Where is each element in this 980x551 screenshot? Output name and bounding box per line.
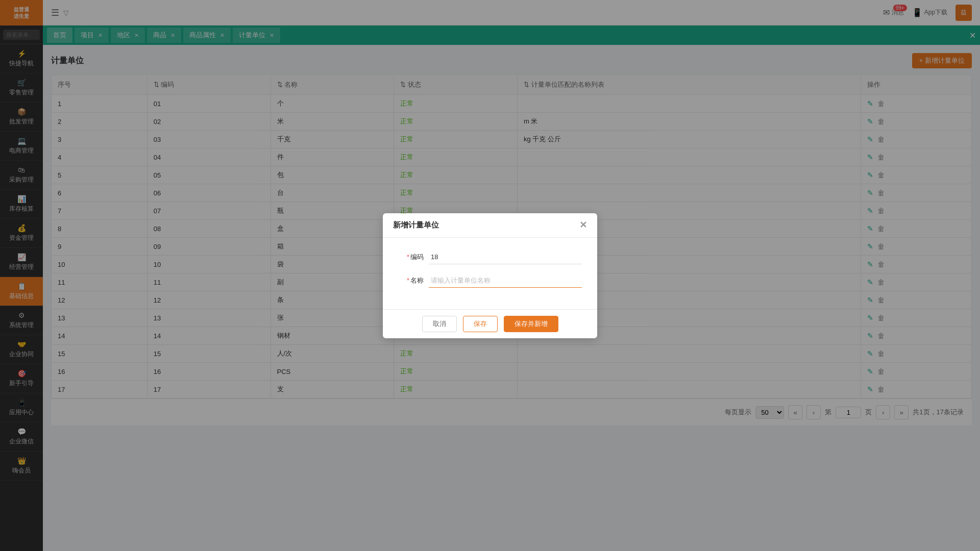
save-button[interactable]: 保存 bbox=[463, 316, 498, 332]
modal-body: *编码 *名称 bbox=[383, 238, 597, 309]
code-required-mark: * bbox=[407, 253, 409, 261]
code-label: *编码 bbox=[398, 253, 429, 262]
modal-title: 新增计量单位 bbox=[393, 220, 439, 230]
modal-overlay[interactable]: 新增计量单位 ✕ *编码 *名称 取消 保存 保存并新增 bbox=[0, 0, 980, 551]
name-required-mark: * bbox=[407, 277, 409, 284]
cancel-button[interactable]: 取消 bbox=[422, 316, 457, 332]
save-and-new-button[interactable]: 保存并新增 bbox=[504, 316, 558, 332]
modal-close-button[interactable]: ✕ bbox=[579, 220, 587, 230]
name-label: *名称 bbox=[398, 276, 429, 285]
form-row-code: *编码 bbox=[398, 250, 582, 264]
form-row-name: *名称 bbox=[398, 273, 582, 288]
add-unit-modal: 新增计量单位 ✕ *编码 *名称 取消 保存 保存并新增 bbox=[383, 213, 597, 338]
modal-footer: 取消 保存 保存并新增 bbox=[383, 309, 597, 338]
name-input[interactable] bbox=[429, 273, 582, 288]
code-input[interactable] bbox=[429, 250, 582, 264]
modal-header: 新增计量单位 ✕ bbox=[383, 213, 597, 238]
